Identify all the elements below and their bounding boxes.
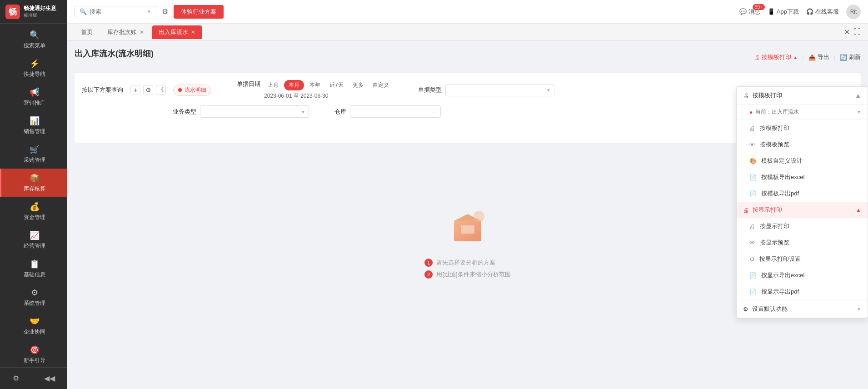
dropdown-item-template-print[interactable]: 🖨 按模板打印 <box>737 120 868 136</box>
tab-maximize-button[interactable]: ⛶ <box>853 28 861 36</box>
trial-button[interactable]: 体验行业方案 <box>174 5 224 19</box>
date-filter: 单据日期 上月 本月 本年 近7天 更多 自定义 2023-06-01 至 20… <box>237 80 393 100</box>
business-type-filter: 业务类型 ▼ <box>173 105 309 118</box>
header-search-input[interactable] <box>90 8 144 15</box>
sidebar-item-enterprise[interactable]: 🤝 企业协同 <box>0 312 67 340</box>
template-print-button[interactable]: 🖨 按模板打印 ▲ <box>754 53 798 61</box>
date-btn-last-month[interactable]: 上月 <box>264 80 282 90</box>
tip-num-2: 2 <box>424 270 433 279</box>
filter-add-button[interactable]: + <box>130 85 140 95</box>
guide-icon: 🎯 <box>30 345 40 355</box>
date-buttons: 上月 本月 本年 近7天 更多 自定义 <box>264 80 393 90</box>
dropdown-item-template-preview[interactable]: 👁 按模板预览 <box>737 136 868 153</box>
tab-batch-account[interactable]: 库存批次账 ✕ <box>101 25 150 39</box>
date-btn-custom[interactable]: 自定义 <box>369 80 393 90</box>
divider2: | <box>834 54 835 61</box>
item-pdf-icon: 📄 <box>749 190 757 197</box>
sidebar-item-inventory[interactable]: 📦 库存核算 <box>0 169 67 197</box>
search-icon: 🔍 <box>30 30 40 40</box>
dropdown-item-display-print[interactable]: 🖨 按显示打印 <box>737 218 868 234</box>
main-wrapper: 🔍 ▼ ⚙ 体验行业方案 💬 消息 99+ 📱 App下载 🎧 在线客服 Rit <box>67 0 868 389</box>
tab-home[interactable]: 首页 <box>75 25 99 39</box>
warehouse-label: 仓库 <box>334 108 346 116</box>
sidebar-settings-button[interactable]: ⚙ <box>9 372 23 384</box>
sidebar-item-system[interactable]: ⚙ 系统管理 <box>0 283 67 312</box>
date-btn-this-year[interactable]: 本年 <box>306 80 324 90</box>
tab-bar-actions: ✕ ⛶ <box>844 28 861 36</box>
message-button[interactable]: 💬 消息 99+ <box>739 8 760 16</box>
filter-actions: + ⚙ 《 <box>130 85 166 95</box>
warehouse-input[interactable]: ··· <box>350 105 441 118</box>
dropdown-footer[interactable]: ⚙ 设置默认功能 ▼ <box>737 300 868 318</box>
empty-tips: 1 请先选择要分析的方案 2 用[过滤]条件来缩小分析范围 <box>424 259 510 282</box>
date-btn-7days[interactable]: 近7天 <box>326 80 347 90</box>
sidebar-scroll: 🔍 搜索菜单 ⚡ 快捷导航 📢 营销推广 📊 销售管理 🛒 采购管理 📦 库存核… <box>0 24 67 367</box>
sidebar-item-marketing[interactable]: 📢 营销推广 <box>0 83 67 111</box>
filter-collapse-button[interactable]: 《 <box>156 85 166 95</box>
sidebar-item-operation[interactable]: 📈 经营管理 <box>0 226 67 254</box>
business-type-label: 业务类型 <box>173 108 196 116</box>
filter-label: 按以下方案查询 <box>82 86 123 94</box>
sidebar-item-label: 营销推广 <box>24 99 45 107</box>
tab-bar: 首页 库存批次账 ✕ 出入库流水 ✕ ✕ ⛶ <box>67 24 868 41</box>
date-range: 2023-06-01 至 2023-06-30 <box>264 92 393 100</box>
dropdown-item-template-pdf[interactable]: 📄 按模板导出pdf <box>737 185 868 202</box>
search-header-icon: 🔍 <box>80 8 87 15</box>
sidebar-item-label: 企业协同 <box>24 328 45 336</box>
empty-tip-2: 2 用[过滤]条件来缩小分析范围 <box>424 270 510 279</box>
template-print-section-header[interactable]: 🖨 按模板打印 ▲ <box>737 87 868 105</box>
date-btn-this-month[interactable]: 本月 <box>284 80 304 90</box>
sidebar-item-label: 新手引导 <box>24 357 45 364</box>
sidebar-item-sales[interactable]: 📊 销售管理 <box>0 111 67 140</box>
sidebar-item-shortcut[interactable]: ⚡ 快捷导航 <box>0 54 67 83</box>
message-badge: 99+ <box>753 4 765 10</box>
item-printer-icon: 🖨 <box>749 125 755 132</box>
sidebar-item-label: 采购管理 <box>24 156 45 164</box>
logo-text: 畅捷通好生意 标准版 <box>24 5 56 19</box>
sidebar-item-purchase[interactable]: 🛒 采购管理 <box>0 140 67 169</box>
tab-flow[interactable]: 出入库流水 ✕ <box>152 25 202 39</box>
sidebar-item-label: 搜索菜单 <box>24 42 45 50</box>
dropdown-item-display-excel[interactable]: 📄 按显示导出excel <box>737 267 868 284</box>
svg-point-3 <box>474 211 484 222</box>
display-print-section-header[interactable]: 🖨 按显示打印 ▲ <box>737 202 868 218</box>
tab-close-batch[interactable]: ✕ <box>140 29 144 35</box>
user-avatar[interactable]: Rit <box>846 5 861 19</box>
page-content: 出入库流水(流水明细) 🖨 按模板打印 ▲ | 📤 导出 | 🔄 刷新 <box>67 41 868 389</box>
svg-rect-2 <box>461 225 474 234</box>
dropdown-item-template-excel[interactable]: 📄 按模板导出excel <box>737 169 868 185</box>
current-label: ● 当前：出入库流水 ▼ <box>737 105 868 120</box>
filter-tag-dot <box>178 88 182 92</box>
dropdown-item-display-preview[interactable]: 👁 按显示预览 <box>737 234 868 251</box>
refresh-button[interactable]: 🔄 刷新 <box>840 53 861 61</box>
header-settings-icon[interactable]: ⚙ <box>162 7 168 16</box>
sidebar-collapse-button[interactable]: ◀◀ <box>40 372 59 384</box>
item-custom-icon: 🎨 <box>749 158 757 165</box>
sidebar-item-guide[interactable]: 🎯 新手引导 <box>0 340 67 367</box>
sidebar-item-search[interactable]: 🔍 搜索菜单 <box>0 25 67 54</box>
header-search-area[interactable]: 🔍 ▼ <box>75 6 156 17</box>
type-select[interactable] <box>445 84 554 96</box>
warehouse-filter: 仓库 ··· <box>334 105 441 118</box>
date-btn-more[interactable]: 更多 <box>349 80 367 90</box>
sales-icon: 📊 <box>30 116 40 126</box>
dropdown-item-display-pdf[interactable]: 📄 按显示导出pdf <box>737 284 868 300</box>
tab-close-flow[interactable]: ✕ <box>191 29 195 35</box>
dropdown-item-display-settings[interactable]: ⚙ 按显示打印设置 <box>737 251 868 267</box>
finance-icon: 💰 <box>30 202 40 212</box>
marketing-icon: 📢 <box>30 87 40 97</box>
page-top-actions: 🖨 按模板打印 ▲ | 📤 导出 | 🔄 刷新 <box>754 53 861 61</box>
app-download-button[interactable]: 📱 App下载 <box>768 8 799 16</box>
online-service-button[interactable]: 🎧 在线客服 <box>806 8 839 16</box>
refresh-icon: 🔄 <box>840 54 847 61</box>
inventory-icon: 📦 <box>30 173 40 183</box>
business-type-select[interactable] <box>200 105 309 118</box>
sidebar-item-basic[interactable]: 📋 基础信息 <box>0 254 67 283</box>
sidebar-item-finance[interactable]: 💰 资金管理 <box>0 197 67 226</box>
shortcut-icon: ⚡ <box>30 59 40 69</box>
filter-settings-button[interactable]: ⚙ <box>143 85 153 95</box>
header-actions: 💬 消息 99+ 📱 App下载 🎧 在线客服 Rit <box>739 5 861 19</box>
export-button[interactable]: 📤 导出 <box>808 53 829 61</box>
tab-close-all-button[interactable]: ✕ <box>844 28 850 36</box>
dropdown-item-template-custom[interactable]: 🎨 模板自定义设计 <box>737 153 868 169</box>
